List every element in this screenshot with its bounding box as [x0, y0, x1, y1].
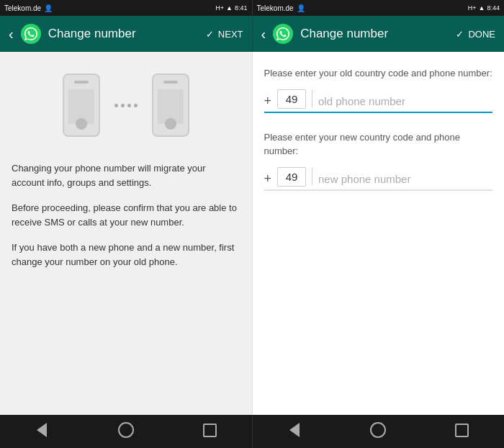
- new-number-label: Please enter your new country code and p…: [264, 130, 493, 158]
- signal-icon-left: ▲: [226, 4, 233, 12]
- old-country-code-input[interactable]: [277, 89, 306, 109]
- new-phone-input-row: +: [264, 167, 493, 191]
- old-phone-number-input[interactable]: [318, 95, 492, 109]
- plus-sign-new: +: [264, 172, 272, 187]
- dot-4: [134, 104, 138, 107]
- dot-2: [121, 104, 125, 107]
- time-left: 8:41: [235, 4, 248, 12]
- status-bar-right: Telekom.de 👤 H+ ▲ 8:44: [252, 0, 505, 16]
- signal-icon-right: ▲: [479, 4, 485, 12]
- next-button[interactable]: ✓ NEXT: [206, 29, 243, 40]
- plus-sign-old: +: [264, 94, 272, 109]
- transfer-dots: [114, 104, 138, 107]
- carrier-left: Telekom.de: [4, 4, 41, 12]
- carrier-right: Telekom.de: [257, 4, 294, 12]
- description-sms: Before proceeding, please confirm that y…: [12, 201, 240, 229]
- dot-1: [114, 104, 118, 107]
- back-nav-left[interactable]: [31, 421, 53, 442]
- whatsapp-logo-left: [21, 24, 41, 44]
- done-label: DONE: [468, 29, 495, 40]
- dot-3: [127, 104, 131, 107]
- recents-nav-left[interactable]: [199, 421, 220, 442]
- phone-new-screen: [158, 89, 184, 124]
- app-bar-left: ‹ Change number ✓ NEXT: [0, 16, 252, 52]
- back-icon-left: [37, 423, 47, 440]
- check-icon-done: ✓: [456, 29, 464, 40]
- phones-illustration: [12, 66, 240, 144]
- home-nav-right[interactable]: [367, 421, 389, 442]
- app-bar-right: ‹ Change number ✓ DONE: [252, 16, 505, 52]
- home-icon-left: [118, 422, 134, 441]
- back-icon-right: [289, 423, 300, 440]
- old-phone-input-row: +: [264, 89, 493, 113]
- whatsapp-logo-right: [273, 24, 293, 44]
- phone-old: [63, 73, 100, 137]
- input-divider-new: [312, 168, 312, 185]
- sim-icon-left: 👤: [44, 4, 53, 12]
- recents-icon-left: [203, 424, 217, 440]
- back-nav-right[interactable]: [284, 421, 305, 442]
- time-right: 8:44: [487, 4, 500, 12]
- nav-bar-left: [0, 415, 252, 448]
- home-nav-left[interactable]: [115, 421, 137, 442]
- phone-new: [152, 73, 189, 137]
- sim-icon-right: 👤: [297, 4, 305, 12]
- network-type-left: H+: [215, 4, 224, 12]
- nav-bar-right: [252, 415, 505, 448]
- old-number-label: Please enter your old country code and p…: [264, 66, 493, 81]
- network-type-right: H+: [468, 4, 477, 12]
- next-label: NEXT: [218, 29, 243, 40]
- check-icon-next: ✓: [206, 29, 214, 40]
- back-button-right[interactable]: ‹: [261, 26, 266, 42]
- app-bar-title-left: Change number: [48, 27, 199, 41]
- phone-old-screen: [68, 89, 94, 124]
- home-icon-right: [370, 422, 386, 441]
- app-bar-title-right: Change number: [300, 27, 449, 41]
- description-migrate: Changing your phone number will migrate …: [12, 161, 240, 189]
- done-button[interactable]: ✓ DONE: [456, 29, 495, 40]
- new-country-code-input[interactable]: [277, 167, 306, 187]
- recents-nav-right[interactable]: [451, 421, 473, 442]
- left-panel: Changing your phone number will migrate …: [0, 52, 252, 415]
- recents-icon-right: [455, 424, 469, 440]
- right-panel: Please enter your old country code and p…: [252, 52, 505, 415]
- description-old-phone: If you have both a new phone and a new n…: [12, 241, 240, 269]
- status-bar-left: Telekom.de 👤 H+ ▲ 8:41: [0, 0, 252, 16]
- back-button-left[interactable]: ‹: [9, 26, 14, 42]
- input-divider-old: [312, 90, 312, 107]
- new-phone-number-input[interactable]: [318, 173, 492, 187]
